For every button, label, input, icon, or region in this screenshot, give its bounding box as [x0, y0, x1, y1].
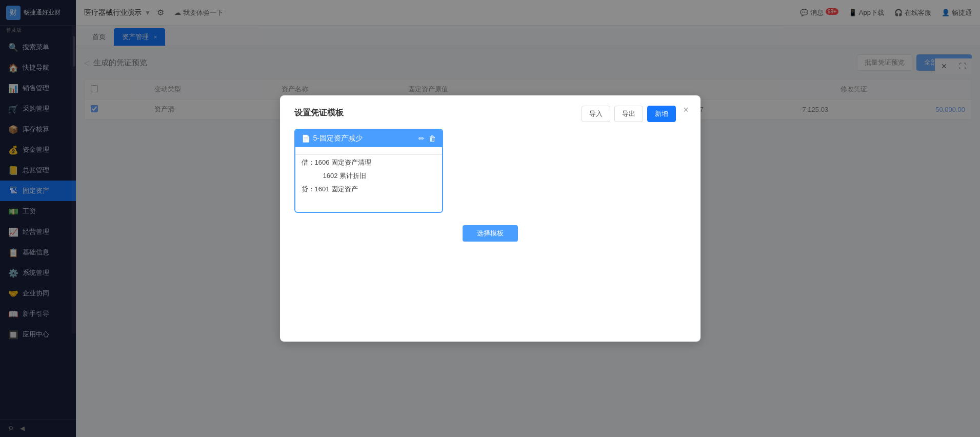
entry-1-label: 借：1606 固定资产清理 — [302, 158, 394, 167]
template-entry-empty — [295, 196, 442, 208]
template-card: 📄 5-固定资产减少 ✏ 🗑 借：1606 固定资产清理 — [294, 129, 443, 213]
template-header-left: 📄 5-固定资产减少 — [302, 134, 363, 143]
template-card-header: 📄 5-固定资产减少 ✏ 🗑 — [295, 130, 442, 147]
template-edit-icon[interactable]: ✏ — [418, 134, 425, 143]
template-entry-3: 贷：1601 固定资产 — [295, 183, 442, 196]
new-template-btn[interactable]: 新增 — [647, 106, 676, 122]
template-entry-2: 1602 累计折旧 — [295, 169, 442, 183]
template-body: 借：1606 固定资产清理 1602 累计折旧 贷：1601 固定资产 — [295, 147, 442, 212]
entry-2-label: 1602 累计折旧 — [302, 171, 394, 181]
template-entry-1: 借：1606 固定资产清理 — [295, 156, 442, 169]
modal-overlay: 设置凭证模板 导入 导出 新增 × 📄 5-固定资产减少 ✏ 🗑 — [0, 0, 980, 437]
entry-3-label: 贷：1601 固定资产 — [302, 185, 394, 194]
dialog-close-btn[interactable]: × — [680, 104, 692, 116]
template-header-actions: ✏ 🗑 — [418, 134, 436, 143]
export-btn[interactable]: 导出 — [614, 106, 643, 122]
template-doc-icon: 📄 — [302, 134, 310, 143]
template-delete-icon[interactable]: 🗑 — [429, 134, 436, 143]
import-btn[interactable]: 导入 — [582, 106, 610, 122]
template-col-headers — [295, 151, 442, 155]
template-name: 5-固定资产减少 — [313, 134, 363, 143]
select-template-btn[interactable]: 选择模板 — [463, 225, 518, 242]
template-dialog: 设置凭证模板 导入 导出 新增 × 📄 5-固定资产减少 ✏ 🗑 — [280, 95, 701, 342]
dialog-toolbar: 导入 导出 新增 — [582, 106, 676, 122]
